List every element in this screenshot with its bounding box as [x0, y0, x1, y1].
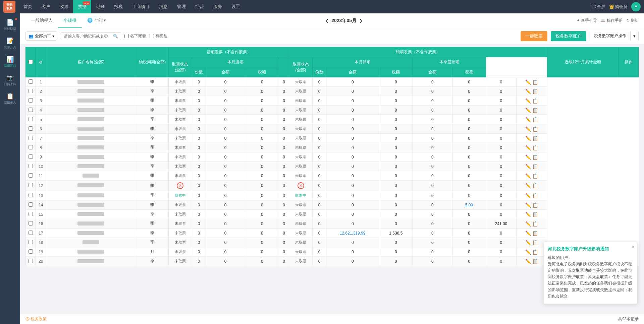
row-checkbox[interactable] [29, 183, 33, 187]
row-checkbox[interactable] [29, 202, 33, 207]
sidebar-item-intelligent[interactable]: 📄 智能取票 [1, 17, 19, 34]
row-checkbox[interactable] [29, 221, 33, 225]
nav-message[interactable]: 消息 [154, 0, 172, 13]
nav-management[interactable]: 管理 [172, 0, 191, 13]
nav-tax[interactable]: 报税 [109, 0, 127, 13]
copy-icon[interactable]: 📋 [532, 98, 538, 104]
out-amount-val[interactable]: 12,621,319.99 [340, 231, 366, 236]
tab-all[interactable]: 🌐 全能 ▾ [82, 13, 111, 28]
copy-icon[interactable]: 📋 [532, 212, 538, 217]
myaccount-checkbox[interactable] [124, 34, 129, 38]
copy-icon[interactable]: 📋 [532, 89, 538, 94]
copy-icon[interactable]: 📋 [532, 145, 538, 150]
edit-icon[interactable]: ✏️ [525, 202, 531, 208]
search-icon[interactable]: 🔍 [113, 34, 118, 39]
taxdisk-checkbox[interactable] [150, 34, 154, 38]
edit-icon[interactable]: ✏️ [525, 249, 531, 255]
row-checkbox[interactable] [29, 193, 33, 197]
sidebar-item-summary[interactable]: 📊 票据汇总 [1, 54, 19, 71]
edit-icon[interactable]: ✏️ [525, 136, 531, 141]
notif-close-btn[interactable]: × [632, 245, 634, 249]
search-input[interactable] [64, 34, 112, 39]
prev-month-btn[interactable]: ❮ [325, 18, 329, 23]
copy-icon[interactable]: 📋 [532, 154, 538, 160]
edit-icon[interactable]: ✏️ [525, 98, 531, 104]
edit-icon[interactable]: ✏️ [525, 183, 531, 188]
refresh-btn[interactable]: ↻ 刷新 [626, 18, 639, 23]
copy-icon[interactable]: 📋 [532, 164, 538, 169]
select-all-checkbox[interactable] [29, 60, 33, 64]
edit-icon[interactable]: ✏️ [525, 126, 531, 132]
sidebar-item-invoice-open[interactable]: 📝 发票开具 [1, 35, 19, 52]
edit-icon[interactable]: ✏️ [525, 259, 531, 264]
row-checkbox[interactable] [29, 231, 33, 235]
next-month-btn[interactable]: ❯ [359, 18, 363, 23]
copy-icon[interactable]: 📋 [532, 193, 538, 198]
copy-icon[interactable]: 📋 [532, 126, 538, 132]
edit-icon[interactable]: ✏️ [525, 89, 531, 94]
nav-service[interactable]: 服务 [209, 0, 227, 13]
check-taxdisk[interactable]: 有税盘 [150, 33, 167, 39]
edit-icon[interactable]: ✏️ [525, 240, 531, 245]
row-checkbox[interactable] [29, 79, 33, 84]
row-checkbox[interactable] [29, 108, 33, 112]
nav-home[interactable]: 首页 [19, 0, 37, 13]
edit-icon[interactable]: ✏️ [525, 145, 531, 150]
tax-digital-btn[interactable]: 税务数字账户 [551, 31, 586, 41]
employee-selector[interactable]: 👥 全部员工 ▾ [25, 31, 57, 41]
nav-client[interactable]: 客户 [37, 0, 55, 13]
copy-icon[interactable]: 📋 [532, 108, 538, 113]
row-checkbox[interactable] [29, 240, 33, 244]
copy-icon[interactable]: 📋 [532, 240, 538, 245]
nav-bookkeeping[interactable]: 记账 [91, 0, 109, 13]
row-checkbox[interactable] [29, 154, 33, 159]
row-checkbox[interactable] [29, 212, 33, 216]
edit-icon[interactable]: ✏️ [525, 79, 531, 85]
tax-ops-btn[interactable]: 税务数字账户操作 [590, 31, 630, 41]
copy-icon[interactable]: 📋 [532, 117, 538, 122]
row-checkbox[interactable] [29, 259, 33, 263]
tax-policy-link[interactable]: ⑤ 税务政策 [25, 316, 47, 322]
fullscreen-btn[interactable]: ⛶ 全屏 [592, 4, 605, 10]
edit-icon[interactable]: ✏️ [525, 117, 531, 122]
new-guide-btn[interactable]: ✦ 新手引导 [577, 18, 597, 23]
row-checkbox[interactable] [29, 126, 33, 131]
copy-icon[interactable]: 📋 [532, 136, 538, 141]
row-checkbox[interactable] [29, 145, 33, 149]
copy-icon[interactable]: 📋 [532, 202, 538, 208]
member-btn[interactable]: 👑 购会员 [609, 4, 627, 10]
nav-settings[interactable]: 设置 [227, 0, 245, 13]
edit-icon[interactable]: ✏️ [525, 193, 531, 198]
nav-business[interactable]: 工商项目 [127, 0, 154, 13]
copy-icon[interactable]: 📋 [532, 183, 538, 188]
one-click-btn[interactable]: 一键取票 [521, 31, 547, 41]
edit-icon[interactable]: ✏️ [525, 221, 531, 226]
avatar[interactable]: A [631, 2, 641, 11]
row-checkbox[interactable] [29, 249, 33, 254]
copy-icon[interactable]: 📋 [532, 249, 538, 255]
tab-small[interactable]: 小规模 [58, 13, 82, 28]
edit-icon[interactable]: ✏️ [525, 154, 531, 160]
copy-icon[interactable]: 📋 [532, 231, 538, 236]
row-checkbox[interactable] [29, 164, 33, 168]
edit-icon[interactable]: ✏️ [525, 231, 531, 236]
copy-icon[interactable]: 📋 [532, 259, 538, 264]
edit-icon[interactable]: ✏️ [525, 164, 531, 169]
row-checkbox[interactable] [29, 173, 33, 178]
sidebar-item-entry[interactable]: 📋 票据录入 [1, 90, 19, 108]
copy-icon[interactable]: 📋 [532, 79, 538, 85]
nav-collection[interactable]: 收票 [55, 0, 73, 13]
row-checkbox[interactable] [29, 98, 33, 103]
check-myaccount[interactable]: 名下账套 [124, 33, 146, 39]
nav-invoice[interactable]: 票据 new [73, 0, 91, 13]
row-checkbox[interactable] [29, 136, 33, 140]
tax-ops-arrow-btn[interactable]: ▾ [630, 31, 638, 41]
tab-general[interactable]: 一般纳税人 [25, 13, 58, 28]
row-checkbox[interactable] [29, 89, 33, 93]
nav-operation[interactable]: 经营 [191, 0, 209, 13]
manual-btn[interactable]: 📖 操作手册 [600, 18, 623, 23]
ded-tax-val[interactable]: 5.00 [465, 203, 473, 207]
edit-icon[interactable]: ✏️ [525, 212, 531, 217]
edit-icon[interactable]: ✏️ [525, 108, 531, 113]
sidebar-item-scan[interactable]: 📷 扫描上传 [1, 72, 19, 89]
